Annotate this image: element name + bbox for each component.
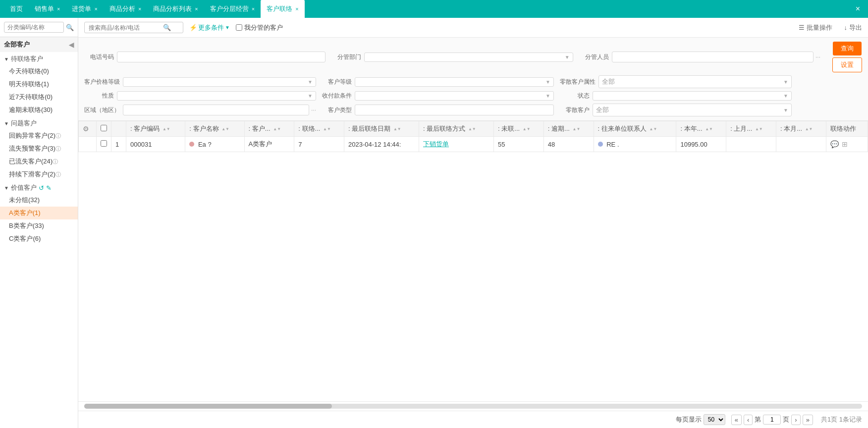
refresh-icon[interactable]: ↺ [39,184,44,192]
last-method-link[interactable]: 下销货单 [423,140,449,148]
filter-retail-attr-select[interactable]: 全部 ▼ [598,75,792,88]
filter-customer-level-label: 客户等级 [322,78,352,86]
window-close-button[interactable]: × [852,4,864,13]
sort-last-method-icon[interactable]: ▲▼ [468,127,476,131]
row-checkbox[interactable] [101,140,107,147]
filter-dept-select[interactable]: ▼ [364,53,573,62]
filter-manager-input[interactable] [612,52,814,62]
chevron-level-icon: ▼ [545,79,550,85]
nav-tab-purchase[interactable]: 进货单 × [66,0,103,18]
sidebar-item-declining[interactable]: 持续下滑客户(2) ⓘ [0,168,78,181]
main-search-input[interactable] [89,24,163,31]
sidebar-item-a-class[interactable]: A类客户(1) [0,207,78,219]
filter-nature-label: 性质 [84,92,114,100]
sidebar-item-tomorrow[interactable]: 明天待联络(1) [0,78,78,91]
nav-home[interactable]: 首页 [4,0,29,18]
last-page-btn[interactable]: » [803,415,813,425]
sidebar-item-overdue[interactable]: 逾期未联络(30) [0,104,78,116]
page-size-label: 每页显示 [676,415,702,424]
col-contact: : 联络... ▲▼ [294,121,344,137]
sidebar-search-input[interactable] [4,22,64,33]
filter-retail-customer-select[interactable]: 全部 ▼ [593,104,792,116]
group-value-customers[interactable]: ▼ 价值客户 ↺ ✎ [0,181,78,194]
prev-page-btn[interactable]: ‹ [744,415,753,425]
nav-tab-product-analysis[interactable]: 商品分析 × [104,0,147,18]
filter-payment-select[interactable]: ▼ [355,91,554,101]
sort-overdue-icon[interactable]: ▲▼ [573,127,581,131]
scroll-thumb[interactable] [84,404,332,409]
filter-dept-label: 分管部门 [331,53,361,61]
sort-unit-contact-icon[interactable]: ▲▼ [649,127,657,131]
filter-price-select[interactable]: ▼ [123,77,316,87]
row-checkbox-cell [97,137,111,152]
filter-customer-type-input[interactable] [355,105,554,115]
batch-operation-btn[interactable]: ☰ 批量操作 [799,23,832,32]
manager-ellipsis-icon[interactable]: ··· [815,54,820,60]
nav-tab-sales[interactable]: 销售单 × [29,0,66,18]
sort-last-month-icon[interactable]: ▲▼ [755,127,763,131]
group-arrow-3: ▼ [4,185,9,191]
filter-customer-level-select[interactable]: ▼ [355,77,554,87]
sidebar-item-b-class[interactable]: B类客户(33) [0,219,78,232]
filter-nature-select[interactable]: ▼ [117,91,316,101]
settings-button[interactable]: 设置 [832,57,862,72]
main-search-icon[interactable]: 🔍 [163,24,171,31]
col-last-month: : 上月... ▲▼ [726,121,776,137]
sort-name-icon[interactable]: ▲▼ [221,127,229,131]
more-filter-btn[interactable]: ⚡ 更多条件 ▼ [189,23,230,32]
my-customer-checkbox-wrap[interactable]: 我分管的客户 [236,23,283,32]
close-product-tab[interactable]: × [138,6,141,12]
close-sales-tab[interactable]: × [57,6,60,12]
page-size-select[interactable]: 50 [704,414,725,425]
filter-phone-input[interactable] [117,52,326,62]
table-settings-icon[interactable]: ⚙ [83,125,89,133]
close-purchase-tab[interactable]: × [94,6,97,12]
select-all-checkbox[interactable] [101,125,107,131]
filter-region-input[interactable] [123,105,309,115]
next-page-btn[interactable]: › [791,415,800,425]
sort-this-month-icon[interactable]: ▲▼ [805,127,813,131]
sidebar-item-today[interactable]: 今天待联络(0) [0,65,78,78]
row-last-date-cell: 2023-04-12 14:44: [344,137,419,152]
qr-action-icon[interactable]: ⊞ [842,140,848,148]
group-pending-contact[interactable]: ▼ 待联络客户 [0,52,78,65]
sidebar-item-repurchase-anomaly[interactable]: 回购异常客户(2) ⓘ [0,129,78,142]
sidebar-item-c-class[interactable]: C类客户(6) [0,232,78,245]
edit-group-icon[interactable]: ✎ [46,184,52,192]
first-page-btn[interactable]: « [731,415,742,425]
unit-contact-color-dot [598,142,603,147]
sort-category-icon[interactable]: ▲▼ [273,127,281,131]
all-customers-header[interactable]: 全部客户 ◀ [0,37,78,52]
sidebar-item-churn-warning[interactable]: 流失预警客户(3) ⓘ [0,142,78,155]
sort-code-icon[interactable]: ▲▼ [163,127,170,131]
sort-this-year-icon[interactable]: ▲▼ [705,127,713,131]
group-problem-customers[interactable]: ▼ 问题客户 [0,116,78,129]
sidebar-item-7days[interactable]: 近7天待联络(0) [0,91,78,104]
nav-tab-product-list[interactable]: 商品分析列表 × [147,0,204,18]
close-customer-contact-tab[interactable]: × [295,6,298,12]
filter-price-label: 客户价格等级 [84,78,120,86]
close-customer-tier-tab[interactable]: × [252,6,255,12]
sidebar-item-ungrouped[interactable]: 未分组(32) [0,194,78,207]
sort-no-contact-icon[interactable]: ▲▼ [523,127,531,131]
region-ellipsis-icon[interactable]: ··· [311,107,316,113]
sort-last-date-icon[interactable]: ▲▼ [393,127,401,131]
close-product-list-tab[interactable]: × [195,6,198,12]
export-btn[interactable]: ↓ 导出 [844,23,863,32]
query-button[interactable]: 查询 [833,42,862,55]
nav-tab-customer-contact[interactable]: 客户联络 × [261,0,304,18]
col-code: : 客户编码 ▲▼ [126,121,185,137]
page-input[interactable] [763,415,781,425]
sidebar-search-icon[interactable]: 🔍 [66,24,74,31]
action-icons-group: 💬 ⊞ [830,140,864,148]
sidebar-item-churned[interactable]: 已流失客户(24) ⓘ [0,155,78,168]
filter-row-4: 区域（地区） ··· 客户类型 零散客户 全部 ▼ [84,104,862,116]
sort-contact-icon[interactable]: ▲▼ [323,127,331,131]
filter-status-select[interactable]: ▼ [593,91,792,101]
nav-tab-customer-tier[interactable]: 客户分层经营 × [204,0,261,18]
help-icon-2: ⓘ [55,145,61,153]
help-icon-1: ⓘ [55,132,61,140]
sidebar-collapse-icon[interactable]: ◀ [69,41,74,49]
my-customer-checkbox[interactable] [236,24,242,31]
chat-action-icon[interactable]: 💬 [830,140,839,148]
